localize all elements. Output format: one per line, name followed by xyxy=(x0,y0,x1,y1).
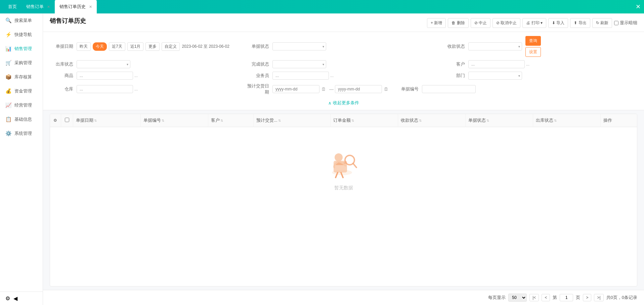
col-operation-label: 操作 xyxy=(603,118,612,123)
bill-status-wrapper: ▾ xyxy=(272,42,326,50)
sidebar-collapse-icon[interactable]: ◀ xyxy=(13,295,17,302)
date-last1month-btn[interactable]: 近1月 xyxy=(127,42,144,51)
tab-home[interactable]: 首页 xyxy=(3,0,22,13)
stop-button[interactable]: ⊘ 中止 xyxy=(471,18,490,28)
sidebar-item-quick-nav[interactable]: ⚡ 快捷导航 xyxy=(0,28,43,42)
export-button[interactable]: ⬆ 导出 xyxy=(570,18,590,28)
date-today-btn[interactable]: 今天 xyxy=(93,42,107,51)
salesperson-more[interactable]: ... xyxy=(329,73,335,78)
display-columns-toggle[interactable]: 显示暗细 xyxy=(614,20,637,26)
first-page-button[interactable]: |< xyxy=(529,294,539,301)
checkbox-col[interactable] xyxy=(61,114,73,127)
col-payment-status: 收款状态⇅ xyxy=(398,114,465,127)
col-bill-status-sort[interactable]: ⇅ xyxy=(486,119,489,122)
bill-status-select[interactable] xyxy=(272,42,326,50)
sidebar-item-basic-info-label: 基础信息 xyxy=(14,116,32,122)
sidebar-item-search-menu[interactable]: 🔍 搜索菜单 xyxy=(0,13,43,28)
warehouse-input[interactable] xyxy=(77,85,133,93)
table-area: ⚙ 单据日期⇅ 单据编号⇅ 客户⇅ 预计交货...⇅ xyxy=(50,114,637,287)
delete-button[interactable]: 🗑 删除 xyxy=(448,18,468,28)
page-header: 销售订单历史 + 新增 🗑 删除 ⊘ 中止 ⊘ 取消中止 🖨 打印 ▾ ⬇ 导入… xyxy=(43,13,644,32)
sidebar-settings-icon[interactable]: ⚙ xyxy=(5,295,10,302)
sidebar-item-finance[interactable]: 💰 资金管理 xyxy=(0,84,43,98)
date-last7-btn[interactable]: 近7天 xyxy=(109,42,125,51)
next-page-button[interactable]: > xyxy=(583,294,591,301)
sidebar-item-purchase-mgmt-label: 采购管理 xyxy=(14,60,32,66)
delivery-date-label: 预计交货日期 xyxy=(246,83,272,95)
window-close-icon[interactable]: ✕ xyxy=(636,3,641,10)
col-bill-no-label: 单据编号 xyxy=(143,117,161,123)
toolbar: + 新增 🗑 删除 ⊘ 中止 ⊘ 取消中止 🖨 打印 ▾ ⬇ 导入 ⬆ 导出 ↻… xyxy=(427,18,637,28)
customer-input[interactable] xyxy=(468,60,525,68)
sidebar-item-sales-mgmt[interactable]: 📊 销售管理 xyxy=(0,42,43,56)
col-bill-date-sort[interactable]: ⇅ xyxy=(94,119,97,122)
new-button[interactable]: + 新增 xyxy=(427,18,446,28)
refresh-button[interactable]: ↻ 刷新 xyxy=(592,18,612,28)
page-number-input[interactable] xyxy=(560,294,573,301)
import-button[interactable]: ⬇ 导入 xyxy=(548,18,568,28)
col-customer-sort[interactable]: ⇅ xyxy=(220,119,223,122)
print-button[interactable]: 🖨 打印 ▾ xyxy=(522,18,546,28)
delivery-date-from[interactable] xyxy=(272,85,319,93)
page-size-select[interactable]: 50 10 20 100 xyxy=(508,294,527,302)
filter-row-4: 仓库 ... 预计交货日期 🗓 — 🗓 单据编号 xyxy=(50,83,637,95)
sidebar-item-search-menu-label: 搜索菜单 xyxy=(14,17,32,24)
col-expected-delivery-sort[interactable]: ⇅ xyxy=(278,119,281,122)
empty-state-row: 暂无数据 xyxy=(50,127,637,212)
sidebar-item-finance-label: 资金管理 xyxy=(14,88,32,94)
complete-status-wrapper: ▾ xyxy=(272,60,326,68)
goods-more[interactable]: ... xyxy=(133,73,139,78)
col-bill-no: 单据编号⇅ xyxy=(140,114,208,127)
cancel-stop-button[interactable]: ⊘ 取消中止 xyxy=(492,18,520,28)
query-button[interactable]: 查询 xyxy=(525,36,541,46)
out-status-wrapper: ▾ xyxy=(77,60,130,68)
data-table: ⚙ 单据日期⇅ 单据编号⇅ 客户⇅ 预计交货...⇅ xyxy=(50,114,637,211)
table-settings-col[interactable]: ⚙ xyxy=(50,114,61,127)
tab-sales-order-close[interactable]: ✕ xyxy=(47,5,50,9)
sidebar-item-operations-label: 经营管理 xyxy=(14,102,32,108)
warehouse-more[interactable]: ... xyxy=(133,87,139,91)
col-bill-no-sort[interactable]: ⇅ xyxy=(162,119,164,122)
date-yesterday-btn[interactable]: 昨天 xyxy=(77,42,91,51)
sidebar-item-purchase-mgmt[interactable]: 🛒 采购管理 xyxy=(0,56,43,70)
tab-sales-order-history-close[interactable]: ✕ xyxy=(89,5,92,9)
delivery-date-to[interactable] xyxy=(335,85,382,93)
settings-button[interactable]: 设置 xyxy=(525,47,541,57)
tab-sales-order[interactable]: 销售订单 ✕ xyxy=(22,0,55,13)
sidebar-item-sys-mgmt[interactable]: ⚙️ 系统管理 xyxy=(0,126,43,141)
salesperson-label: 业务员 xyxy=(246,73,272,79)
col-expected-delivery: 预计交货...⇅ xyxy=(253,114,330,127)
date-custom-btn[interactable]: 自定义 xyxy=(162,42,180,51)
out-status-select[interactable] xyxy=(77,60,130,68)
sidebar-item-basic-info[interactable]: 📋 基础信息 xyxy=(0,112,43,126)
col-order-amount-sort[interactable]: ⇅ xyxy=(351,119,354,122)
select-all-checkbox[interactable] xyxy=(65,118,69,122)
goods-input[interactable] xyxy=(77,72,133,80)
bill-no-input[interactable] xyxy=(422,85,476,93)
display-columns-checkbox[interactable] xyxy=(614,21,618,25)
col-out-status-label: 出库状态 xyxy=(536,117,553,123)
payment-status-select[interactable] xyxy=(468,42,522,50)
col-out-status-sort[interactable]: ⇅ xyxy=(554,119,557,122)
warehouse-label: 仓库 xyxy=(50,86,77,92)
sidebar-item-inventory[interactable]: 📦 库存核算 xyxy=(0,70,43,84)
payment-status-wrapper: ▾ xyxy=(468,42,522,50)
tab-sales-order-history[interactable]: 销售订单历史 ✕ xyxy=(55,0,97,13)
table-header-row: ⚙ 单据日期⇅ 单据编号⇅ 客户⇅ 预计交货...⇅ xyxy=(50,114,637,127)
collapse-row[interactable]: ∧ 收起更多条件 xyxy=(50,99,637,106)
customer-more[interactable]: ... xyxy=(525,62,531,67)
sidebar-item-operations[interactable]: 📈 经营管理 xyxy=(0,98,43,112)
salesperson-input[interactable] xyxy=(272,72,329,80)
search-menu-icon: 🔍 xyxy=(5,17,12,24)
tab-sales-order-history-label: 销售订单历史 xyxy=(59,4,86,10)
empty-state: 暂无数据 xyxy=(50,127,637,211)
col-operation: 操作 xyxy=(601,114,637,127)
prev-page-button[interactable]: < xyxy=(542,294,550,301)
date-more-btn[interactable]: 更多 xyxy=(145,42,160,51)
empty-illustration xyxy=(324,147,364,181)
complete-status-select[interactable] xyxy=(272,60,326,68)
col-payment-status-sort[interactable]: ⇅ xyxy=(419,119,422,122)
filter-area: 单据日期 昨天 今天 近7天 近1月 更多 自定义 2023-06-02 至 2… xyxy=(43,32,644,110)
last-page-button[interactable]: >| xyxy=(594,294,603,301)
department-select[interactable] xyxy=(468,72,522,80)
